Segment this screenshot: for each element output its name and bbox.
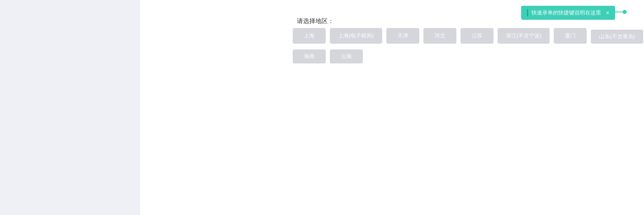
main-content: 快速录单的快捷键说明在这里 × 请选择地区： 上海 上海(电子税局) 天津 河北… xyxy=(140,0,644,215)
region-button-shanghai-etax[interactable]: 上海(电子税局) xyxy=(330,28,382,44)
tooltip-banner: 快速录单的快捷键说明在这里 × xyxy=(521,6,615,20)
tooltip-text: 快速录单的快捷键说明在这里 xyxy=(531,9,601,16)
tooltip-connector-dot xyxy=(623,10,627,14)
region-select-label: 请选择地区： xyxy=(297,17,334,25)
region-button-xiamen[interactable]: 厦门 xyxy=(554,28,587,44)
sidebar xyxy=(0,0,140,215)
region-buttons-container: 上海 上海(电子税局) 天津 河北 江苏 浙江(不含宁波) 厦门 山东(不含青岛… xyxy=(293,28,644,63)
region-button-hainan[interactable]: 海南 xyxy=(293,49,326,63)
region-button-shanghai[interactable]: 上海 xyxy=(293,28,326,44)
region-button-tianjin[interactable]: 天津 xyxy=(386,28,419,44)
region-button-hebei[interactable]: 河北 xyxy=(423,28,456,44)
tooltip-close-button[interactable]: × xyxy=(606,10,609,16)
region-button-yunnan[interactable]: 云南 xyxy=(330,49,363,63)
region-button-shandong[interactable]: 山东(不含青岛) xyxy=(591,30,643,44)
region-button-zhejiang[interactable]: 浙江(不含宁波) xyxy=(498,28,550,44)
region-button-jiangsu[interactable]: 江苏 xyxy=(461,28,494,44)
